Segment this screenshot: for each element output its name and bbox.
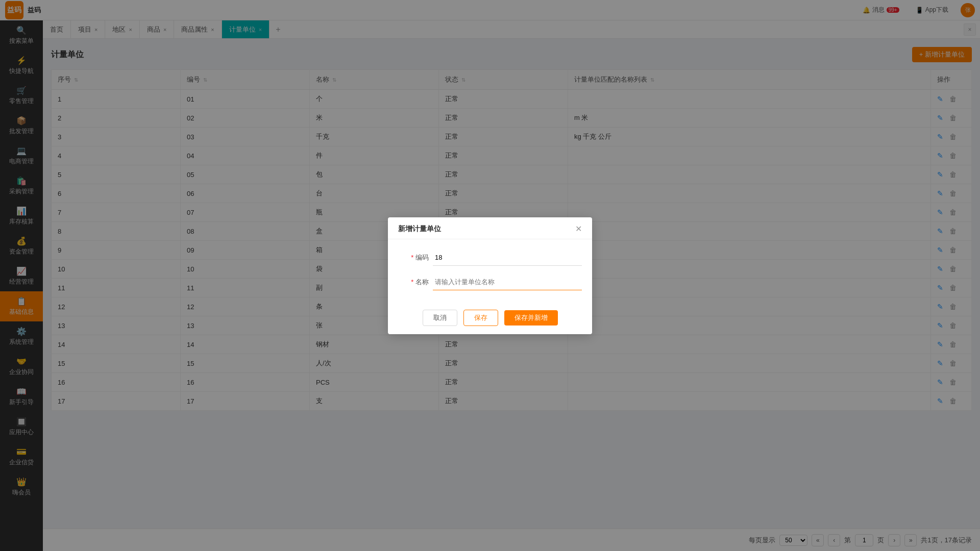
code-input[interactable] xyxy=(433,249,582,266)
modal-header: 新增计量单位 ✕ xyxy=(388,217,592,239)
save-and-new-button[interactable]: 保存并新增 xyxy=(504,310,558,325)
form-row-code: 编码 xyxy=(398,249,582,266)
modal-body: 编码 名称 xyxy=(388,239,592,304)
modal-footer: 取消 保存 保存并新增 xyxy=(388,304,592,334)
save-button[interactable]: 保存 xyxy=(463,310,498,326)
add-unit-modal: 新增计量单位 ✕ 编码 名称 取消 保存 保存并新增 xyxy=(388,217,592,334)
modal-title: 新增计量单位 xyxy=(398,224,441,234)
modal-overlay: 新增计量单位 ✕ 编码 名称 取消 保存 保存并新增 xyxy=(0,0,980,551)
code-label: 编码 xyxy=(398,253,429,262)
name-input[interactable] xyxy=(433,274,582,290)
name-label: 名称 xyxy=(398,278,429,287)
cancel-button[interactable]: 取消 xyxy=(423,310,457,326)
form-row-name: 名称 xyxy=(398,274,582,290)
modal-close-button[interactable]: ✕ xyxy=(575,225,582,233)
